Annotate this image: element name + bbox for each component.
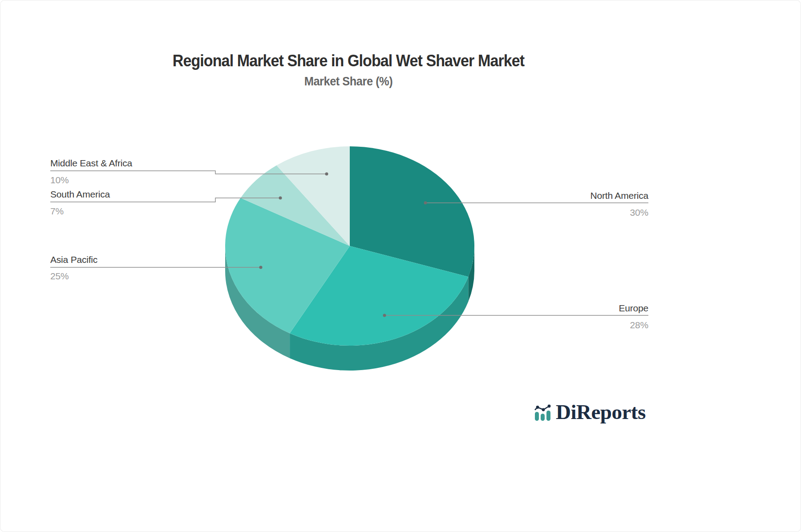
slice-label: North America xyxy=(591,190,648,202)
connector-dot xyxy=(383,314,386,317)
slice-label: South America xyxy=(50,189,110,200)
pie-chart xyxy=(0,0,801,532)
slice-percent: 28% xyxy=(630,319,648,331)
callout-asia-pacific-pct: 25% xyxy=(50,270,69,282)
callout-south-america-pct: 7% xyxy=(50,206,64,217)
slice-percent: 25% xyxy=(50,270,69,282)
slice-percent: 30% xyxy=(630,207,648,218)
callout-north-america-pct: 30% xyxy=(630,207,648,218)
slice-label: Middle East & Africa xyxy=(50,157,132,169)
callout-europe: Europe xyxy=(619,302,648,314)
callout-middle-east-africa-pct: 10% xyxy=(50,174,69,186)
callout-europe-pct: 28% xyxy=(630,319,648,331)
connector-dot xyxy=(424,202,427,205)
connector-dot xyxy=(279,197,282,200)
slice-label: Asia Pacific xyxy=(50,254,97,266)
direports-logo-icon xyxy=(534,402,554,423)
chart-canvas: Regional Market Share in Global Wet Shav… xyxy=(0,0,801,532)
slice-percent: 7% xyxy=(50,206,64,217)
callout-middle-east-africa: Middle East & Africa xyxy=(50,157,132,169)
callout-north-america: North America xyxy=(591,190,648,202)
slice-label: Europe xyxy=(619,302,648,314)
connector-dot xyxy=(325,173,328,176)
slice-percent: 10% xyxy=(50,174,69,186)
direports-logo: DiReports xyxy=(534,402,658,427)
callout-asia-pacific: Asia Pacific xyxy=(50,254,97,266)
connector-dot xyxy=(259,266,263,269)
callout-south-america: South America xyxy=(50,189,110,200)
direports-logo-text: DiReports xyxy=(556,401,646,423)
